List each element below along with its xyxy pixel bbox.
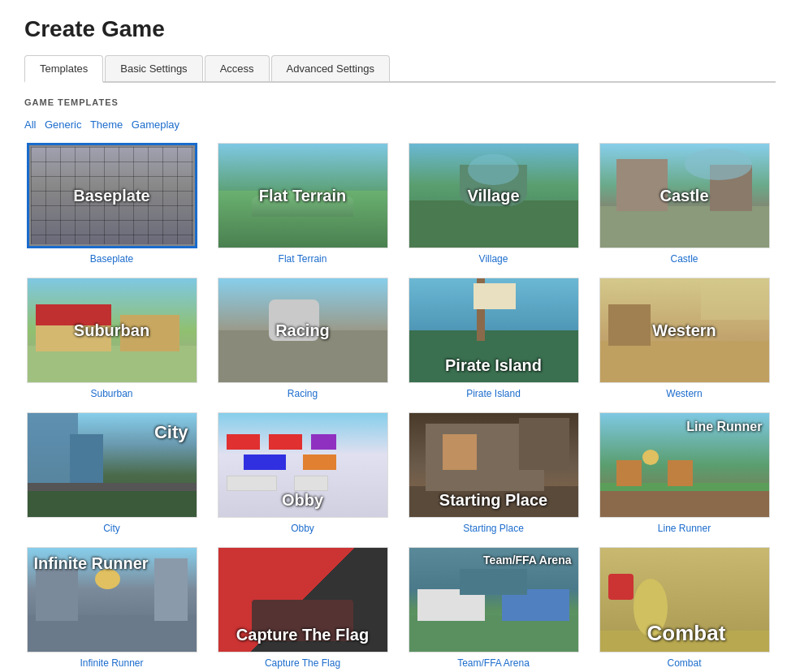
- template-card-starting-place[interactable]: Starting PlaceStarting Place: [406, 412, 581, 534]
- template-caption-suburban: Suburban: [90, 388, 132, 399]
- template-caption-team-arena: Team/FFA Arena: [457, 657, 530, 669]
- template-card-team-arena[interactable]: Team/FFA ArenaTeam/FFA Arena: [406, 547, 581, 669]
- templates-grid: BaseplateBaseplateFlat TerrainFlat Terra…: [24, 143, 776, 669]
- template-caption-combat: Combat: [667, 657, 701, 669]
- template-caption-obby: Obby: [291, 523, 314, 534]
- filter-theme[interactable]: Theme: [90, 118, 123, 131]
- template-card-combat[interactable]: CombatCombat: [597, 547, 772, 669]
- filter-generic[interactable]: Generic: [45, 118, 82, 131]
- page-title: Create Game: [24, 16, 776, 42]
- template-card-village[interactable]: VillageVillage: [406, 143, 581, 265]
- section-title: GAME TEMPLATES: [24, 97, 776, 107]
- template-caption-city: City: [103, 523, 120, 534]
- filter-links: All Generic Theme Gameplay: [24, 117, 776, 131]
- template-caption-western: Western: [666, 388, 702, 399]
- template-card-obby[interactable]: ObbyObby: [215, 412, 390, 534]
- template-card-infinite-runner[interactable]: Infinite RunnerInfinite Runner: [24, 547, 199, 669]
- template-caption-capture-flag: Capture The Flag: [265, 657, 340, 669]
- template-card-city[interactable]: CityCity: [24, 412, 199, 534]
- template-caption-pirate-island: Pirate Island: [466, 388, 521, 399]
- template-card-castle[interactable]: CastleCastle: [597, 143, 772, 265]
- template-caption-castle: Castle: [670, 253, 698, 265]
- template-caption-village: Village: [479, 253, 508, 265]
- template-caption-infinite-runner: Infinite Runner: [80, 657, 143, 669]
- template-card-line-runner[interactable]: Line RunnerLine Runner: [597, 412, 772, 534]
- filter-all[interactable]: All: [24, 118, 36, 131]
- template-caption-line-runner: Line Runner: [658, 523, 711, 534]
- template-caption-racing: Racing: [288, 388, 318, 399]
- template-card-pirate-island[interactable]: Pirate IslandPirate Island: [406, 278, 581, 399]
- template-card-flat-terrain[interactable]: Flat TerrainFlat Terrain: [215, 143, 390, 265]
- template-caption-flat-terrain: Flat Terrain: [279, 253, 327, 265]
- template-card-western[interactable]: WesternWestern: [597, 278, 772, 399]
- tab-basic-settings[interactable]: Basic Settings: [105, 55, 202, 81]
- template-card-capture-flag[interactable]: Capture The FlagCapture The Flag: [215, 547, 390, 669]
- template-card-baseplate[interactable]: BaseplateBaseplate: [24, 143, 199, 265]
- tab-templates[interactable]: Templates: [24, 55, 103, 83]
- template-card-racing[interactable]: RacingRacing: [215, 278, 390, 399]
- template-caption-baseplate: Baseplate: [90, 253, 133, 265]
- template-caption-starting-place: Starting Place: [463, 523, 524, 534]
- tab-advanced-settings[interactable]: Advanced Settings: [271, 55, 390, 81]
- tab-access[interactable]: Access: [205, 55, 270, 81]
- template-card-suburban[interactable]: SuburbanSuburban: [24, 278, 199, 399]
- tab-bar: Templates Basic Settings Access Advanced…: [24, 55, 776, 83]
- filter-gameplay[interactable]: Gameplay: [132, 118, 179, 131]
